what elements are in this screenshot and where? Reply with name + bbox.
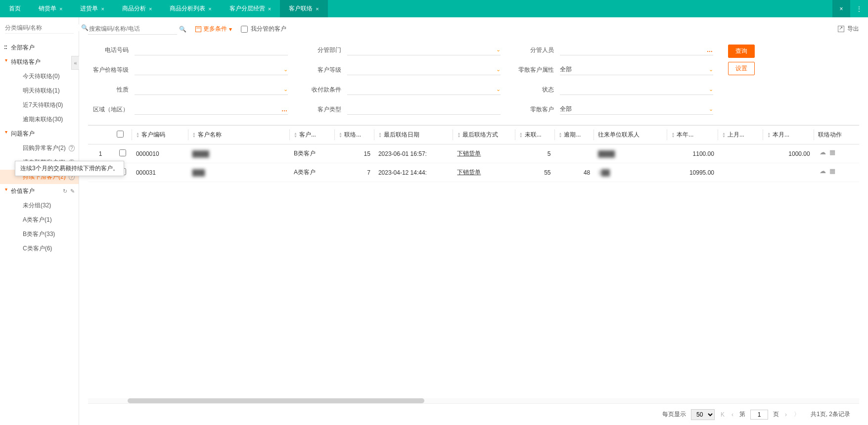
qr-icon[interactable] <box>829 168 836 175</box>
tree-group-problem[interactable]: 问题客户 <box>0 127 79 141</box>
filter-label: 分管人员 <box>515 46 560 54</box>
ellipsis-icon[interactable]: … <box>281 106 288 113</box>
sort-icon[interactable]: ▲▼ <box>559 132 562 138</box>
wechat-icon[interactable] <box>820 168 826 175</box>
col-person[interactable]: 往来单位联系人 <box>594 126 667 144</box>
tree-item[interactable]: 今天待联络(0) <box>0 69 79 84</box>
h-scrollbar[interactable] <box>88 398 859 403</box>
filter-region[interactable]: … <box>135 104 288 115</box>
filter-custlevel[interactable]: ⌄ <box>347 64 501 75</box>
filter-nature[interactable]: ⌄ <box>135 84 288 95</box>
sidebar-search-input[interactable] <box>5 24 79 31</box>
col-method[interactable]: ▲▼最后联络方式 <box>453 126 515 144</box>
close-icon[interactable]: × <box>268 6 271 12</box>
help-icon[interactable]: ? <box>69 145 75 151</box>
close-icon[interactable]: × <box>101 6 104 12</box>
filter-phone[interactable] <box>135 45 288 55</box>
tree-item[interactable]: 未分组(32) <box>0 198 79 213</box>
method-link[interactable]: 下销货单 <box>457 150 481 157</box>
prev-page-icon[interactable]: ‹ <box>731 411 734 418</box>
customer-name[interactable]: ████ <box>188 144 290 163</box>
tab-analysis[interactable]: 商品分析× <box>113 0 161 17</box>
tab-analysis-list[interactable]: 商品分析列表× <box>161 0 220 17</box>
more-filters[interactable]: 更多条件 ▾ <box>195 25 232 33</box>
col-over[interactable]: ▲▼逾期... <box>555 126 594 144</box>
col-un[interactable]: ▲▼未联... <box>515 126 555 144</box>
sort-icon[interactable]: ▲▼ <box>767 132 771 138</box>
filter-pricelevel[interactable]: ⌄ <box>135 64 288 75</box>
filter-label: 收付款条件 <box>303 86 347 94</box>
col-code[interactable]: ▲▼客户编码 <box>132 126 188 144</box>
tab-contact[interactable]: 客户联络× <box>280 0 327 17</box>
tree-item[interactable]: C类客户(6) <box>0 241 79 256</box>
table-row[interactable]: 1 0000010 ████ B类客户 15 2023-06-01 16:57:… <box>88 144 859 163</box>
tree-item[interactable]: 回购异常客户(2)? <box>0 141 79 155</box>
col-lastdate[interactable]: ▲▼最后联络日期 <box>374 126 454 144</box>
mine-checkbox[interactable]: 我分管的客户 <box>241 25 286 33</box>
col-year[interactable]: ▲▼本年... <box>667 126 718 144</box>
filter-payterm[interactable]: ⌄ <box>347 84 501 95</box>
ellipsis-icon[interactable]: … <box>707 47 713 53</box>
close-icon[interactable]: × <box>149 6 152 12</box>
tree-group-pending[interactable]: 待联络客户 <box>0 55 79 69</box>
filter-person[interactable]: … <box>560 45 713 55</box>
tree-item[interactable]: B类客户(33) <box>0 227 79 241</box>
col-thism[interactable]: ▲▼本月... <box>763 126 814 144</box>
filter-retailattr[interactable]: 全部⌄ <box>560 64 713 75</box>
search-icon[interactable]: 🔍 <box>179 26 186 33</box>
col-level[interactable]: ▲▼客户... <box>290 126 335 144</box>
filter-icon <box>195 26 201 32</box>
close-icon[interactable]: × <box>316 6 319 12</box>
sort-icon[interactable]: ▲▼ <box>457 132 460 138</box>
table-row[interactable]: 2 000031 ███ A类客户 7 2023-04-12 14:44: 下销… <box>88 163 859 182</box>
col-lastm[interactable]: ▲▼上月... <box>718 126 763 144</box>
page-size-select[interactable]: 50 <box>691 409 715 420</box>
sort-icon[interactable]: ▲▼ <box>519 132 523 138</box>
tree-item[interactable]: 近7天待联络(0) <box>0 98 79 112</box>
next-page-icon[interactable]: › <box>784 411 788 418</box>
edit-icon[interactable]: ✎ <box>70 188 75 194</box>
page-input[interactable] <box>750 410 768 420</box>
tab-purchase[interactable]: 进货单× <box>71 0 113 17</box>
filter-status[interactable]: ⌄ <box>560 84 713 95</box>
customer-name[interactable]: ███ <box>188 163 290 182</box>
close-icon[interactable]: × <box>208 6 211 12</box>
tree-item[interactable]: A类客户(1) <box>0 213 79 227</box>
tree-item[interactable]: 明天待联络(1) <box>0 84 79 98</box>
tree-group-value[interactable]: 价值客户↻✎ <box>0 184 79 198</box>
filter-label: 性质 <box>90 86 135 94</box>
method-link[interactable]: 下销货单 <box>457 169 481 176</box>
sort-icon[interactable]: ▲▼ <box>136 132 139 138</box>
wechat-icon[interactable] <box>820 149 826 156</box>
first-page-icon[interactable]: K <box>720 411 726 418</box>
qr-icon[interactable] <box>829 149 836 156</box>
search-input[interactable] <box>88 23 177 35</box>
chevron-down-icon: ⌄ <box>709 86 713 93</box>
more-tabs-icon[interactable]: ⋮ <box>850 0 868 17</box>
sort-icon[interactable]: ▲▼ <box>192 132 196 138</box>
filter-dept[interactable]: ⌄ <box>347 45 501 55</box>
sort-icon[interactable]: ▲▼ <box>378 132 382 138</box>
close-icon[interactable]: × <box>59 6 62 12</box>
select-all[interactable] <box>117 131 124 138</box>
close-all-icon[interactable]: × <box>832 0 850 17</box>
filter-custtype[interactable] <box>347 104 501 115</box>
tree-item[interactable]: 逾期未联络(30) <box>0 112 79 127</box>
sort-icon[interactable]: ▲▼ <box>671 132 675 138</box>
export-button[interactable]: 导出 <box>838 25 859 33</box>
sort-icon[interactable]: ▲▼ <box>339 132 342 138</box>
tab-home[interactable]: 首页 <box>0 0 30 17</box>
refresh-icon[interactable]: ↻ <box>63 188 67 194</box>
query-button[interactable]: 查询 <box>728 45 755 58</box>
col-contact[interactable]: ▲▼联络... <box>335 126 374 144</box>
filter-retail[interactable]: 全部⌄ <box>560 104 713 115</box>
row-checkbox[interactable] <box>119 149 126 156</box>
tree-all-customers[interactable]: 全部客户 <box>0 41 79 55</box>
tab-segment[interactable]: 客户分层经营× <box>221 0 280 17</box>
settings-button[interactable]: 设置 <box>728 62 755 75</box>
last-page-icon[interactable]: 〉 <box>793 410 801 419</box>
sort-icon[interactable]: ▲▼ <box>722 132 726 138</box>
tab-sale[interactable]: 销货单× <box>30 0 71 17</box>
sort-icon[interactable]: ▲▼ <box>294 132 297 138</box>
col-name[interactable]: ▲▼客户名称 <box>188 126 290 144</box>
